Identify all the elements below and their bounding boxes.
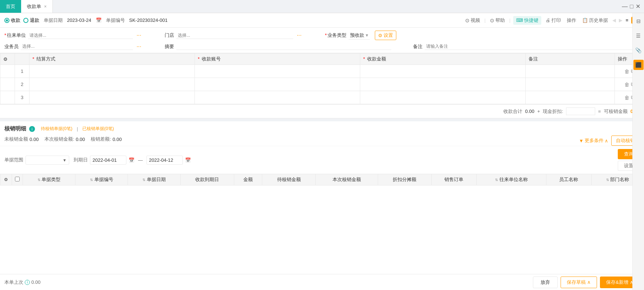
footer-label: 本单上次 [4,279,23,286]
table-row: 2 🗑 ⧉ [0,78,644,91]
form-row-2: 业务员 ··· 摘要 备注 [4,43,640,50]
col-remark-header: 备注 [526,54,615,65]
partner-more-btn[interactable]: ··· [135,32,143,38]
sort-icon[interactable]: ⇅ [142,178,145,182]
current-label: 本次核销金额: [44,136,74,142]
staff-input[interactable] [21,43,133,50]
history-btn[interactable]: 📋 历史单据 [581,16,609,24]
range-select[interactable]: ▾ [25,156,69,165]
delete-row-icon[interactable]: 🗑 [624,82,629,87]
diff-label: 核销差额: [91,136,111,142]
more-conditions-btn[interactable]: ▼ 更多条件 ∧ [579,137,608,144]
staff-more-btn[interactable]: ··· [135,44,143,50]
col-checkbox[interactable] [12,174,23,185]
page-footer: 本单上次 i 0.00 放弃 保存草稿 ∧ 保存&新增 ∧ [0,274,644,290]
verify-info-icon[interactable]: i [29,126,35,132]
shortcut-btn[interactable]: ⌨ 快捷键 [513,16,541,25]
sort-icon[interactable]: ⇅ [90,178,93,182]
row-remark-cell[interactable] [526,65,615,78]
video-btn[interactable]: ⊙ 视频 [464,16,482,24]
form-area: *往来单位 ··· 门店 ··· *业务类型 预收款 ▾ [0,28,644,53]
radio-refund[interactable]: 退款 [23,17,39,24]
diff-value: 0.00 [113,137,122,142]
sidebar-capture-icon[interactable]: ⬛ [633,60,644,70]
row-account-cell[interactable] [195,65,360,78]
shop-field: 门店 ··· [165,32,303,39]
total-value: 0.00 [525,109,534,114]
select-all-checkbox[interactable] [15,177,20,181]
row-amount-cell[interactable] [360,91,526,104]
filter-row: 单据范围 ▾ 到期日 📅 — 📅 查询 设置 [0,146,644,174]
calendar-to-icon[interactable]: 📅 [185,157,191,163]
remark-input[interactable] [425,43,640,50]
filter-icon: ▼ [579,138,584,144]
col-settings-bottom[interactable]: ⚙ [0,174,12,185]
tab-pending[interactable]: 待核销单据(0笔) [38,125,75,133]
discount-label: 现金折扣: [543,108,563,115]
shop-input[interactable] [176,32,293,39]
row-account-cell[interactable] [195,91,360,104]
sort-icon[interactable]: ⇅ [38,178,40,182]
biz-type-label: *业务类型 [325,32,346,39]
verify-section: 核销明细 i 待核销单据(0笔) | 已核销单据(0笔) 未核销金额 0.00 … [0,121,644,146]
close-icon[interactable]: × [44,4,47,9]
row-settlement-cell[interactable] [30,78,195,91]
layout-icon[interactable]: ≡ [625,17,628,23]
date-to-input[interactable] [146,156,183,165]
partner-field: *往来单位 ··· [4,32,143,39]
receipt-refund-toggle: 收款 退款 [4,17,39,24]
row-account-cell[interactable] [195,78,360,91]
operation-btn[interactable]: 操作 [565,16,578,24]
partner-input[interactable] [28,32,133,39]
delete-row-icon[interactable]: 🗑 [624,68,629,74]
row-remark-cell[interactable] [526,78,615,91]
row-remark-cell[interactable] [526,91,615,104]
maximize-btn[interactable]: □ [630,3,633,10]
col-settings-header[interactable]: ⚙ [0,54,15,65]
sidebar-list-icon[interactable]: ☰ [633,31,644,41]
abandon-btn[interactable]: 放弃 [533,277,558,288]
shop-more-btn[interactable]: ··· [295,32,303,38]
toolbar: 收款 退款 单据日期 2023-03-24 📅 单据编号 SK-20230324… [0,13,644,28]
calendar-from-icon[interactable]: 📅 [129,157,134,163]
summary-input[interactable] [176,43,391,50]
video-label: 视频 [471,17,480,24]
tab-active[interactable]: 收款单 × [21,0,53,13]
footer-info-icon[interactable]: i [25,280,30,285]
number-label: 单据编号 [106,17,125,24]
tab-home[interactable]: 首页 [0,0,21,13]
save-draft-btn[interactable]: 保存草稿 ∧ [561,277,597,288]
equals-sign: = [598,109,601,114]
calendar-icon[interactable]: 📅 [96,17,102,23]
close-btn[interactable]: ✕ [636,3,640,10]
radio-receipt[interactable]: 收款 [4,17,20,24]
help-btn[interactable]: ⊙ 帮助 [488,16,506,24]
row-amount-cell[interactable] [360,65,526,78]
date-from-input[interactable] [90,156,126,165]
row-amount-cell[interactable] [360,78,526,91]
biz-settings-btn[interactable]: ⚙ 设置 [375,31,396,40]
receipt-table: ⚙ * 结算方式 * 收款账号 * 收款金额 [0,53,644,104]
sidebar-attach-icon[interactable]: 📎 [633,45,644,55]
col-discount-share: 折扣分摊额 [378,174,431,185]
range-label: 单据范围 [4,157,23,163]
footer-left: 本单上次 i 0.00 [4,279,40,286]
delete-row-icon[interactable]: 🗑 [624,95,629,101]
minimize-btn[interactable]: — [622,3,628,10]
tab-done[interactable]: 已核销单据(0笔) [79,125,117,133]
row-settlement-cell[interactable] [30,65,195,78]
biz-type-select[interactable]: 预收款 ▾ [349,31,370,40]
toolbar-right: ⊙ 视频 | ⊙ 帮助 | ⌨ 快捷键 🖨 打印 操作 📋 历史单据 [464,16,640,25]
radio-refund-label: 退款 [30,17,39,24]
sidebar-table-icon[interactable]: ⊟ [633,16,644,26]
print-btn[interactable]: 🖨 打印 [544,16,562,24]
row-settlement-cell[interactable] [30,91,195,104]
sort-icon[interactable]: ⇅ [495,178,498,182]
video-icon: ⊙ [465,17,470,23]
sort-icon[interactable]: ⇅ [606,178,609,182]
gear-icon: ⚙ [378,33,382,38]
col-amount: 金额 [234,174,262,185]
range-field: 单据范围 ▾ [4,156,69,165]
window-controls: — □ ✕ [622,3,644,10]
discount-input[interactable] [566,107,595,115]
